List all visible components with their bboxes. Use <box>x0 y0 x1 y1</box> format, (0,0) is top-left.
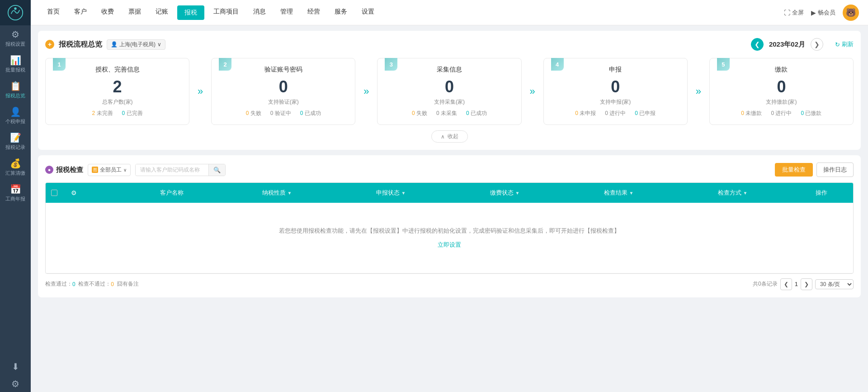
table-empty-cell: 若您想使用报税检查功能，请先在【报税设置】中进行报税的初始化设置，完成密码验证和… <box>46 203 853 273</box>
step-1-val-0[interactable]: 2 <box>92 110 95 116</box>
nav-business[interactable]: 工商项目 <box>206 0 246 25</box>
step-5-val-2[interactable]: 0 <box>801 110 804 116</box>
fail-value[interactable]: 0 <box>111 281 114 287</box>
page-next-btn[interactable]: ❯ <box>801 278 812 290</box>
staff-select[interactable]: 图 全部员工 ∨ <box>88 164 131 176</box>
arrow-3: » <box>522 58 543 125</box>
step-1-title: 授权、完善信息 <box>53 66 182 74</box>
sidebar-item-personal-report[interactable]: 👤 个税申报 <box>0 103 31 129</box>
step-4-val-1: 0 <box>605 110 608 116</box>
pass-value[interactable]: 0 <box>72 281 75 287</box>
sidebar-item-batch-tax[interactable]: 📊 批量报税 <box>0 51 31 77</box>
step-3-val-2[interactable]: 0 <box>466 110 469 116</box>
nav-invoices[interactable]: 票据 <box>121 0 148 25</box>
vip-icon: ▶ <box>811 9 816 16</box>
step-5-val-0[interactable]: 0 <box>741 110 744 116</box>
sidebar-item-download[interactable]: ⬇ <box>0 358 31 375</box>
flow-panel-header: + 报税流程总览 👤 上海(电子税局) ∨ ❮ 2023年02月 ❯ ↻ 刷新 <box>45 38 854 51</box>
sidebar-item-tax-overview[interactable]: 📋 报税总览 <box>0 77 31 103</box>
month-prev-btn[interactable]: ❮ <box>751 38 764 51</box>
personal-report-icon: 👤 <box>10 107 21 116</box>
step-3-count: 0 <box>385 77 514 96</box>
sidebar-item-settings2[interactable]: ⚙ <box>0 375 31 392</box>
th-check-result: 检查结果 ▼ <box>562 183 676 203</box>
step-2-badge: 2 <box>219 58 231 71</box>
search-box: 🔍 <box>135 164 226 176</box>
filter-icon-5[interactable]: ▼ <box>743 191 748 196</box>
page-size-select[interactable]: 30 条/页50 条/页100 条/页 <box>815 279 854 289</box>
sidebar-item-tax-settings[interactable]: ⚙ 报税设置 <box>0 25 31 51</box>
nav-settings[interactable]: 设置 <box>354 0 382 25</box>
collapse-icon: ∧ <box>441 134 445 140</box>
nav-home[interactable]: 首页 <box>40 0 67 25</box>
tax-record-icon: 📝 <box>10 133 21 142</box>
nav-management[interactable]: 管理 <box>273 0 300 25</box>
sidebar-item-annual-report[interactable]: 📅 工商年报 <box>0 180 31 206</box>
vip-btn[interactable]: ▶ 畅会员 <box>811 9 835 17</box>
th-fee-status: 缴费状态 ▼ <box>448 183 562 203</box>
step-2-val-0[interactable]: 0 <box>246 110 249 116</box>
step-4-val-0[interactable]: 0 <box>575 110 578 116</box>
sidebar-item-tax-record[interactable]: 📝 报税记录 <box>0 129 31 154</box>
th-client-name: 客户名称 <box>124 183 220 203</box>
check-title-icon: ● <box>45 166 53 174</box>
flow-panel-title: 报税流程总览 <box>59 40 102 49</box>
arrow-4: » <box>688 58 709 125</box>
th-tax-nature: 纳税性质 ▼ <box>220 183 334 203</box>
flow-card-3: 3 采集信息 0 支持采集(家) 0 失败 0 未采集 0 已成功 <box>377 58 521 125</box>
filter-icon-2[interactable]: ▼ <box>401 191 406 196</box>
step-1-val-1[interactable]: 0 <box>122 110 125 116</box>
step-3-unit: 支持采集(家) <box>385 98 514 106</box>
step-4-val-2[interactable]: 0 <box>635 110 638 116</box>
location-icon: 👤 <box>111 41 118 48</box>
table-empty-row: 若您想使用报税检查功能，请先在【报税设置】中进行报税的初始化设置，完成密码验证和… <box>46 203 853 273</box>
check-header: ● 报税检查 图 全部员工 ∨ 🔍 批量检查 操作日志 <box>45 163 854 177</box>
filter-icon-4[interactable]: ▼ <box>629 191 634 196</box>
empty-text: 若您想使用报税检查功能，请先在【报税设置】中进行报税的初始化设置，完成密码验证和… <box>60 225 839 236</box>
th-declare-status: 申报状态 ▼ <box>334 183 448 203</box>
refresh-icon: ↻ <box>835 41 840 48</box>
th-gear: ⚙ <box>63 183 124 203</box>
nav-operations[interactable]: 经营 <box>300 0 327 25</box>
user-avatar[interactable]: 🐻 <box>843 5 859 21</box>
step-1-badge: 1 <box>53 58 66 71</box>
collapse-btn[interactable]: ∧ 收起 <box>431 130 468 143</box>
fullscreen-btn[interactable]: ⛶ 全屏 <box>784 9 804 17</box>
header-checkbox[interactable] <box>51 190 57 196</box>
flow-card-4: 4 申报 0 支持申报(家) 0 未申报 0 进行中 0 已申报 <box>543 58 688 125</box>
nav-service[interactable]: 服务 <box>327 0 354 25</box>
location-badge[interactable]: 👤 上海(电子税局) ∨ <box>107 39 165 50</box>
chevron-down-icon: ∨ <box>157 41 161 48</box>
main-area: 首页 客户 收费 票据 记账 报税 工商项目 消息 管理 经营 服务 设置 ⛶ … <box>31 0 868 392</box>
check-section: ● 报税检查 图 全部员工 ∨ 🔍 批量检查 操作日志 <box>38 155 861 297</box>
search-button[interactable]: 🔍 <box>208 164 225 176</box>
filter-icon-3[interactable]: ▼ <box>515 191 520 196</box>
filter-icon-1[interactable]: ▼ <box>288 191 292 196</box>
flow-card-5: 5 缴款 0 支持缴款(家) 0 未缴款 0 进行中 0 已缴款 <box>709 58 854 125</box>
operation-log-btn[interactable]: 操作日志 <box>816 163 854 177</box>
setup-link[interactable]: 立即设置 <box>438 241 461 248</box>
table-footer: 检查通过： 0 检查不通过： 0 囧有备注 共0条记录 ❮ 1 ❯ 30 条/页… <box>45 274 854 290</box>
check-title: ● 报税检查 <box>45 166 83 174</box>
table-gear-icon[interactable]: ⚙ <box>68 187 79 198</box>
nav-tax[interactable]: 报税 <box>177 5 204 20</box>
nav-billing[interactable]: 收费 <box>94 0 121 25</box>
app-logo <box>0 0 31 25</box>
nav-accounting[interactable]: 记账 <box>148 0 175 25</box>
nav-messages[interactable]: 消息 <box>246 0 273 25</box>
th-check-method: 检查方式 ▼ <box>676 183 790 203</box>
search-input[interactable] <box>136 164 208 175</box>
table-body: 若您想使用报税检查功能，请先在【报税设置】中进行报税的初始化设置，完成密码验证和… <box>46 203 853 273</box>
refresh-btn[interactable]: ↻ 刷新 <box>835 40 854 48</box>
batch-check-btn[interactable]: 批量检查 <box>775 163 813 177</box>
step-5-val-1: 0 <box>771 110 774 116</box>
sidebar-item-settlement[interactable]: 💰 汇算清缴 <box>0 154 31 180</box>
step-2-val-2[interactable]: 0 <box>300 110 303 116</box>
nav-clients[interactable]: 客户 <box>67 0 94 25</box>
month-display: 2023年02月 <box>769 40 805 49</box>
page-prev-btn[interactable]: ❮ <box>780 278 792 290</box>
topnav-right: ⛶ 全屏 ▶ 畅会员 🐻 <box>784 5 859 21</box>
month-next-btn[interactable]: ❯ <box>811 38 823 51</box>
step-3-val-0[interactable]: 0 <box>412 110 415 116</box>
check-table: ⚙ 客户名称 纳税性质 ▼ 申报状态 <box>46 183 853 273</box>
